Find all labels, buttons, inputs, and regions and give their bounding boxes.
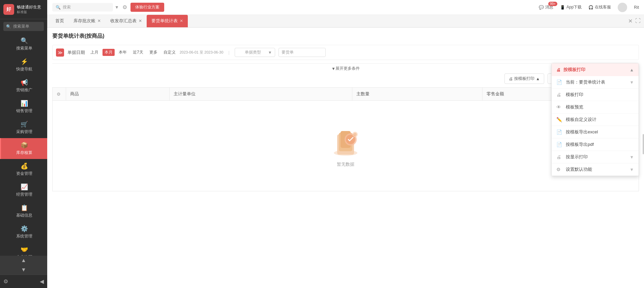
print-dropdown-menu: 🖨 按模板打印 ▲ 📄 当前：要货单统计表 ▼ 🖨 模板打印 👁 模板预览: [551, 63, 639, 176]
date-more[interactable]: 更多: [147, 49, 159, 56]
basic-icon: 📋: [21, 204, 28, 212]
sidebar-item-purchase[interactable]: 🛒采购管理: [0, 117, 47, 138]
close-tab-batch[interactable]: ✕: [97, 19, 101, 23]
close-window-icon[interactable]: ✕: [628, 18, 633, 24]
message-icon: 💬: [539, 5, 544, 10]
dropdown-item-template-print[interactable]: 🖨 模板打印: [552, 89, 639, 101]
dropdown-current-template[interactable]: 📄 当前：要货单统计表 ▼: [552, 76, 639, 89]
dropdown-item-export-excel[interactable]: 📄 按模板导出excel: [552, 126, 639, 138]
sidebar-item-search[interactable]: 🔍搜索菜单: [0, 34, 47, 55]
collab-icon: 🤝: [21, 246, 28, 253]
service-icon: 🎧: [588, 5, 593, 10]
username[interactable]: Rit: [634, 5, 639, 10]
purchase-icon: 🛒: [21, 121, 28, 128]
tab-home[interactable]: 首页: [51, 15, 69, 27]
finance-icon: 💰: [21, 162, 28, 170]
template-design-icon: ✏️: [556, 117, 562, 122]
dropdown-display-print[interactable]: 🖨 按显示打印 ▼: [552, 151, 639, 163]
dropdown-item-template-preview[interactable]: 👁 模板预览: [552, 101, 639, 114]
filter-expand-btn[interactable]: ≫: [56, 49, 64, 57]
app-logo-icon: 好: [3, 4, 14, 15]
dropdown-item-template-design[interactable]: ✏️ 模板自定义设计: [552, 114, 639, 126]
dropdown-header: 🖨 按模板打印 ▲: [552, 63, 639, 76]
print-dropdown-btn[interactable]: 🖨 按模板打印 ▲: [504, 73, 544, 84]
template-print-icon: 🖨: [556, 92, 562, 97]
toolbar: 🖨 按模板打印 ▲ ↑ 导出 ↺ 刷新 ··· 查询 设置: [52, 73, 639, 84]
sidebar-search[interactable]: 🔍 搜索菜单: [3, 22, 44, 31]
set-default-arrow[interactable]: ▼: [630, 167, 634, 172]
date-last7days[interactable]: 近7天: [131, 49, 145, 56]
dropdown-item-export-pdf[interactable]: 📄 按模板导出pdf: [552, 138, 639, 151]
display-print-arrow[interactable]: ▼: [630, 155, 634, 160]
topbar-right: 💬 消息 99+ 📱 App下载 🎧 在线客服 Rit: [539, 3, 639, 12]
date-range: 2023-06-01 至 2023-06-30: [180, 50, 224, 55]
maximize-icon[interactable]: ⛶: [635, 18, 641, 24]
sidebar: 好 畅捷通好生意 标准版 🔍 搜索菜单 🔍搜索菜单⚡快捷导航📢营销推广📊销售管理…: [0, 0, 47, 288]
sidebar-item-collab[interactable]: 🤝企业协同: [0, 243, 47, 256]
expand-more-btn[interactable]: ▼ 展开更多条件: [52, 63, 639, 73]
sidebar-scroll-up[interactable]: ▲: [0, 256, 47, 265]
no-data-illustration: [329, 124, 362, 158]
sidebar-nav: 🔍搜索菜单⚡快捷导航📢营销推广📊销售管理🛒采购管理📦库存核算💰资金管理📈经营管理…: [0, 34, 47, 256]
tab-bar: 首页 库存批次账 ✕ 收发存汇总表 ✕ 要货单统计表 ✕ ✕ ⛶: [47, 15, 644, 28]
nav-label-finance: 资金管理: [16, 171, 32, 177]
topbar-dropdown-arrow[interactable]: ▼: [115, 5, 119, 10]
template-current-icon: 📄: [556, 79, 562, 85]
topbar-search[interactable]: 🔍 搜索: [52, 3, 113, 11]
display-print-left: 🖨 按显示打印: [556, 154, 588, 160]
sidebar-item-basic[interactable]: 📋基础信息: [0, 201, 47, 222]
print-icon: 🖨: [509, 76, 513, 81]
tab-batch[interactable]: 库存批次账 ✕: [69, 15, 106, 27]
filter-bar: ≫ 单据日期 上月 本月 本年 近7天 更多 自定义 2023-06-01 至 …: [52, 45, 639, 60]
order-type-select[interactable]: 单据类型 ▼: [235, 48, 275, 57]
no-data-text: 暂无数据: [337, 161, 354, 167]
experience-btn[interactable]: 体验行业方案: [130, 3, 164, 12]
goods-filter-input[interactable]: 要货单: [279, 48, 326, 57]
tab-collect[interactable]: 收发存汇总表 ✕: [106, 15, 147, 27]
page-content: 要货单统计表(按商品) ≫ 单据日期 上月 本月 本年 近7天 更多 自定义 2…: [47, 28, 644, 288]
search-icon: 🔍: [56, 5, 61, 10]
dropdown-set-default[interactable]: ⚙ 设置默认功能 ▼: [552, 163, 639, 176]
online-service-btn[interactable]: 🎧 在线客服: [588, 4, 611, 10]
col-qty: 主数量: [352, 88, 482, 101]
sidebar-scroll-down[interactable]: ▼: [0, 265, 47, 275]
app-download-btn[interactable]: 📱 App下载: [560, 4, 582, 10]
sidebar-item-finance[interactable]: 💰资金管理: [0, 159, 47, 180]
table-setting-icon[interactable]: ⚙: [57, 92, 61, 97]
date-this-month[interactable]: 本月: [103, 49, 115, 56]
sidebar-item-operation[interactable]: 📈经营管理: [0, 180, 47, 201]
date-this-year[interactable]: 本年: [117, 49, 129, 56]
collapse-icon[interactable]: ◀: [40, 278, 44, 285]
message-btn[interactable]: 💬 消息 99+: [539, 4, 553, 10]
export-pdf-icon: 📄: [556, 142, 562, 147]
settings-icon[interactable]: ⚙: [3, 278, 8, 285]
export-excel-icon: 📄: [556, 129, 562, 135]
download-icon: 📱: [560, 5, 565, 10]
sidebar-bottom: ⚙ ◀: [0, 275, 47, 288]
user-avatar[interactable]: [618, 3, 627, 12]
operation-icon: 📈: [21, 183, 28, 191]
dropdown-close-icon[interactable]: ▲: [630, 67, 634, 72]
sidebar-item-quicknav[interactable]: ⚡快捷导航: [0, 55, 47, 75]
scrollbar-indicator: [643, 134, 644, 154]
tab-maximize-controls: ✕ ⛶: [628, 18, 641, 24]
close-tab-collect[interactable]: ✕: [139, 19, 142, 23]
data-table: ⚙ 商品 主计量单位 主数量 零售金额: [52, 87, 639, 191]
date-label: 单据日期: [67, 50, 85, 56]
tab-order[interactable]: 要货单统计表 ✕: [147, 15, 188, 27]
topbar-gear-icon[interactable]: ⚙: [122, 4, 127, 10]
close-tab-order[interactable]: ✕: [180, 19, 183, 23]
main-content: 🔍 搜索 ▼ ⚙ 体验行业方案 💬 消息 99+ 📱 App下载 🎧 在线客服 …: [47, 0, 644, 288]
date-prev-month[interactable]: 上月: [88, 49, 100, 56]
sidebar-item-inventory[interactable]: 📦库存核算: [0, 138, 47, 159]
sidebar-item-system[interactable]: ⚙️系统管理: [0, 222, 47, 243]
dropdown-sub-left: 📄 当前：要货单统计表: [556, 79, 605, 85]
sidebar-item-sales[interactable]: 📊销售管理: [0, 96, 47, 117]
sidebar-item-marketing[interactable]: 📢营销推广: [0, 75, 47, 96]
inventory-icon: 📦: [21, 141, 28, 149]
table-settings-col[interactable]: ⚙: [53, 88, 66, 101]
nav-label-system: 系统管理: [16, 233, 32, 239]
dropdown-expand-icon[interactable]: ▼: [630, 80, 634, 85]
quicknav-icon: ⚡: [21, 58, 28, 65]
date-custom[interactable]: 自定义: [162, 49, 178, 56]
